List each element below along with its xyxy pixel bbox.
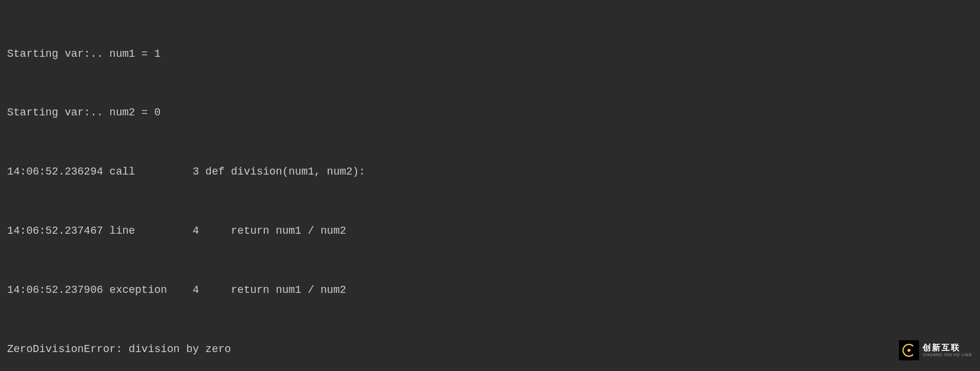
output-line: 14:06:52.237906 exception 4 return num1 …: [7, 280, 973, 300]
output-line: 14:06:52.236294 call 3 def division(num1…: [7, 162, 973, 182]
output-line: Starting var:.. num1 = 1: [7, 44, 973, 64]
watermark-brand-en: CHUANG XIN HU LIAN: [923, 353, 972, 357]
watermark: 创新互联 CHUANG XIN HU LIAN: [899, 340, 972, 360]
output-line: ZeroDivisionError: division by zero: [7, 340, 973, 359]
logo-circle-icon: [902, 344, 915, 357]
output-line: Starting var:.. num2 = 0: [7, 103, 973, 122]
output-line: 14:06:52.237467 line 4 return num1 / num…: [7, 221, 973, 241]
watermark-brand-cn: 创新互联: [923, 343, 972, 352]
watermark-logo: [899, 340, 919, 360]
logo-dot-icon: [908, 349, 911, 352]
terminal-output: Starting var:.. num1 = 1 Starting var:..…: [7, 5, 973, 371]
watermark-text: 创新互联 CHUANG XIN HU LIAN: [923, 343, 972, 357]
